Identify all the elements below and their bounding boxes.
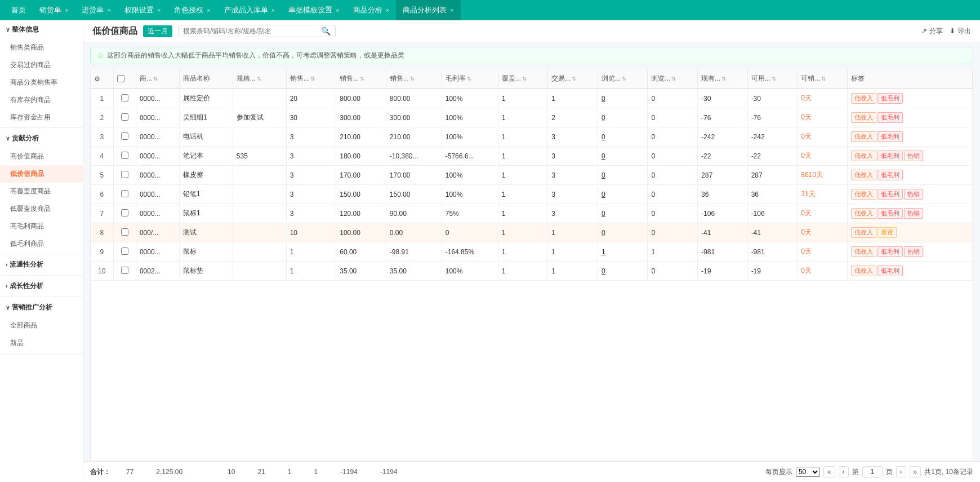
cell-view1[interactable]: 0 <box>598 147 648 166</box>
cell-view1[interactable]: 0 <box>598 223 648 242</box>
nav-item-进货单[interactable]: 进货单× <box>75 0 117 20</box>
next-page-button[interactable]: › <box>896 466 906 477</box>
sidebar-item-库存资金占用[interactable]: 库存资金占用 <box>0 109 83 126</box>
nav-close-icon[interactable]: × <box>157 7 161 14</box>
cell-checkbox[interactable] <box>113 166 136 185</box>
sidebar-item-高价值商品[interactable]: 高价值商品 <box>0 148 83 165</box>
view-link[interactable]: 0 <box>602 229 605 237</box>
cell-view1[interactable]: 0 <box>598 127 648 147</box>
col-header-gross_rate[interactable]: 毛利率⇅ <box>442 69 498 89</box>
col-header-checkbox[interactable] <box>113 69 136 89</box>
row-checkbox[interactable] <box>121 267 128 274</box>
filter-tag-button[interactable]: 近一月 <box>143 25 172 37</box>
col-header-view1[interactable]: 浏览...⇅ <box>598 69 648 89</box>
view-link[interactable]: 0 <box>602 210 605 218</box>
col-header-code[interactable]: 商...⇅ <box>136 69 179 89</box>
sort-icon-spec[interactable]: ⇅ <box>257 76 261 82</box>
cell-checkbox[interactable] <box>113 185 136 204</box>
sidebar-item-有库存的商品[interactable]: 有库存的商品 <box>0 91 83 109</box>
sort-icon-view2[interactable]: ⇅ <box>671 76 676 82</box>
search-icon[interactable]: 🔍 <box>321 26 331 36</box>
cell-checkbox[interactable] <box>113 127 136 147</box>
sort-icon-coverage[interactable]: ⇅ <box>522 76 527 82</box>
nav-item-商品分析列表[interactable]: 商品分析列表× <box>396 0 460 20</box>
cell-view1[interactable]: 0 <box>598 108 648 127</box>
sidebar-item-新品[interactable]: 新品 <box>0 334 83 352</box>
sort-icon-sale_price[interactable]: ⇅ <box>410 76 415 82</box>
sidebar-item-销售类商品[interactable]: 销售类商品 <box>0 39 83 56</box>
sort-icon-current[interactable]: ⇅ <box>721 76 726 82</box>
row-checkbox[interactable] <box>121 209 128 216</box>
nav-close-icon[interactable]: × <box>336 7 339 14</box>
sidebar-section-营销推广分析[interactable]: ∨营销推广分析 <box>0 298 83 317</box>
nav-close-icon[interactable]: × <box>107 7 110 14</box>
sidebar-item-高毛利商品[interactable]: 高毛利商品 <box>0 218 83 235</box>
sort-icon-sale_amount[interactable]: ⇅ <box>360 76 364 82</box>
row-checkbox[interactable] <box>121 171 128 178</box>
nav-close-icon[interactable]: × <box>271 7 275 14</box>
row-checkbox[interactable] <box>121 247 128 255</box>
col-header-sale_amount[interactable]: 销售...⇅ <box>336 69 386 89</box>
sidebar-item-低毛利商品[interactable]: 低毛利商品 <box>0 235 83 253</box>
col-header-coverage[interactable]: 覆盖...⇅ <box>498 69 548 89</box>
nav-item-商品分析[interactable]: 商品分析× <box>346 0 396 20</box>
nav-item-角色授权[interactable]: 角色授权× <box>167 0 217 20</box>
cell-view1[interactable]: 0 <box>598 89 648 108</box>
sort-icon-code[interactable]: ⇅ <box>153 76 158 82</box>
search-input[interactable] <box>183 27 321 35</box>
sort-icon-sale_count[interactable]: ⇅ <box>310 76 315 82</box>
sidebar-section-贡献分析[interactable]: ∨贡献分析 <box>0 129 83 148</box>
cell-checkbox[interactable] <box>113 262 136 281</box>
row-checkbox[interactable] <box>121 152 128 159</box>
share-button[interactable]: ↗ 分享 <box>921 26 943 36</box>
col-header-spec[interactable]: 规格...⇅ <box>233 69 286 89</box>
cell-checkbox[interactable] <box>113 89 136 108</box>
sidebar-item-高覆盖度商品[interactable]: 高覆盖度商品 <box>0 183 83 200</box>
export-button[interactable]: ⬇ 导出 <box>950 26 971 36</box>
last-page-button[interactable]: » <box>910 466 921 477</box>
cell-view1[interactable]: 0 <box>598 166 648 185</box>
cell-checkbox[interactable] <box>113 223 136 242</box>
page-input[interactable] <box>862 466 883 477</box>
row-checkbox[interactable] <box>121 190 128 197</box>
cell-view1[interactable]: 1 <box>598 242 648 262</box>
sidebar-item-商品分类销售率[interactable]: 商品分类销售率 <box>0 74 83 91</box>
view-link[interactable]: 0 <box>602 133 605 141</box>
nav-item-权限设置[interactable]: 权限设置× <box>118 0 167 20</box>
col-header-sale_price[interactable]: 销售...⇅ <box>386 69 442 89</box>
sidebar-item-交易过的商品[interactable]: 交易过的商品 <box>0 56 83 74</box>
per-page-select[interactable]: 50 20 100 <box>796 467 820 477</box>
cell-checkbox[interactable] <box>113 242 136 262</box>
cell-checkbox[interactable] <box>113 147 136 166</box>
nav-close-icon[interactable]: × <box>65 7 68 14</box>
col-header-setting[interactable]: ⚙ <box>91 69 113 89</box>
col-header-trade[interactable]: 交易...⇅ <box>548 69 598 89</box>
view-link[interactable]: 0 <box>602 267 605 275</box>
row-checkbox[interactable] <box>121 228 128 236</box>
sidebar-section-流通性分析[interactable]: ›流通性分析 <box>0 255 83 274</box>
col-header-sale_count[interactable]: 销售...⇅ <box>286 69 336 89</box>
first-page-button[interactable]: « <box>823 466 835 477</box>
view-link[interactable]: 0 <box>602 171 605 179</box>
nav-item-单据模板设置[interactable]: 单据模板设置× <box>282 0 346 20</box>
nav-item-产成品入库单[interactable]: 产成品入库单× <box>217 0 282 20</box>
col-header-current[interactable]: 现有...⇅ <box>698 69 748 89</box>
cell-checkbox[interactable] <box>113 204 136 223</box>
sort-icon-gross_rate[interactable]: ⇅ <box>467 76 471 82</box>
nav-close-icon[interactable]: × <box>450 7 453 14</box>
nav-item-销货单[interactable]: 销货单× <box>33 0 75 20</box>
col-header-tags[interactable]: 标签 <box>847 69 972 89</box>
nav-close-icon[interactable]: × <box>386 7 389 14</box>
view-link[interactable]: 0 <box>602 95 605 103</box>
col-header-saleable[interactable]: 可销...⇅ <box>798 69 848 89</box>
cell-checkbox[interactable] <box>113 108 136 127</box>
sidebar-item-低价值商品[interactable]: 低价值商品 <box>0 165 83 183</box>
prev-page-button[interactable]: ‹ <box>839 466 849 477</box>
col-header-available[interactable]: 可用...⇅ <box>747 69 798 89</box>
cell-view1[interactable]: 0 <box>598 185 648 204</box>
row-checkbox[interactable] <box>121 132 128 140</box>
select-all-checkbox[interactable] <box>117 75 124 82</box>
sidebar-section-整体信息[interactable]: ∨整体信息 <box>0 20 83 39</box>
view-link[interactable]: 0 <box>602 152 605 160</box>
view-link[interactable]: 0 <box>602 191 605 198</box>
